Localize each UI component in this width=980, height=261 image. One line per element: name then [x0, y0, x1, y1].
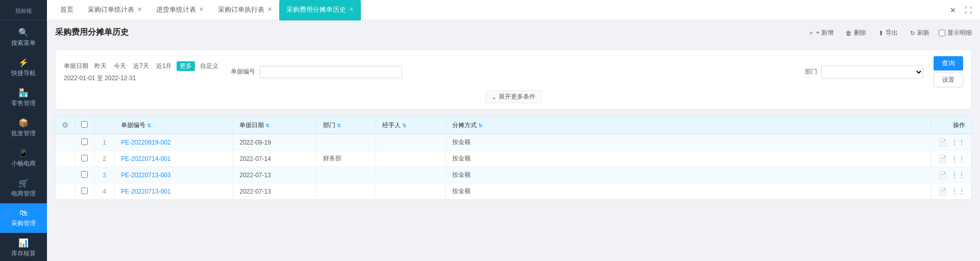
tab-purchase-order-stats[interactable]: 采购订单统计表 ✕ [81, 0, 149, 20]
view-icon[interactable]: 📄 [938, 138, 947, 147]
more-ops-icon[interactable]: ⋮⋮ [951, 171, 965, 179]
sidebar-logo: 指标板 [0, 4, 47, 20]
tab-purchase-order-exec[interactable]: 采购订单执行表 ✕ [211, 0, 279, 20]
main-area: 首页 采购订单统计表 ✕ 进货单统计表 ✕ 采购订单执行表 ✕ 采购费用分摊单历… [47, 0, 980, 261]
row-doc-date: 2022-07-13 [233, 183, 317, 200]
view-icon[interactable]: 📄 [938, 187, 947, 196]
sidebar-item-label: 采购管理 [11, 219, 36, 228]
refresh-button[interactable]: ↻ 刷新 [907, 27, 933, 39]
more-ops-icon[interactable]: ⋮⋮ [951, 155, 965, 163]
query-button[interactable]: 查询 [934, 56, 963, 70]
export-label: 导出 [886, 29, 898, 37]
row-checkbox[interactable] [81, 187, 88, 194]
more-dates-btn[interactable]: 更多 [177, 61, 195, 71]
sidebar-item-label: 零售管理 [11, 99, 36, 108]
search-icon: 🔍 [18, 28, 29, 37]
tab-close-icon[interactable]: ✕ [199, 6, 204, 13]
add-button[interactable]: ＋ + 新增 [805, 27, 837, 39]
today-btn[interactable]: 今天 [112, 61, 128, 71]
display-cols-label: 显示明细 [947, 29, 972, 37]
table-header-row: ⚙ 单据编号 ⇅ [56, 116, 971, 134]
display-cols-checkbox[interactable] [939, 30, 945, 36]
doc-no-link[interactable]: PE-20220714-001 [121, 155, 170, 162]
sidebar-item-retail[interactable]: 🏪 零售管理 [0, 83, 47, 113]
sidebar-item-mini-shop[interactable]: 📱 小畅电商 [0, 143, 47, 173]
export-button[interactable]: ⬆ 导出 [875, 27, 901, 39]
row-checkbox-cell[interactable] [75, 183, 94, 200]
ecommerce-icon: 🛒 [18, 178, 29, 188]
sidebar-item-wholesale[interactable]: 📦 批发管理 [0, 113, 47, 143]
setting-button[interactable]: 设置 [934, 73, 963, 87]
tab-label: 采购费用分摊单历史 [286, 5, 346, 14]
row-gear-cell [56, 134, 75, 151]
sidebar-item-ecommerce[interactable]: 🛒 电商管理 [0, 173, 47, 203]
row-ops-cell: 📄 ⋮⋮ [930, 151, 971, 167]
tab-home-label: 首页 [60, 5, 74, 14]
doc-no-link[interactable]: PE-20220713-003 [121, 172, 170, 179]
th-row-num [94, 116, 115, 134]
doc-no-link[interactable]: PE-20220713-001 [121, 188, 170, 195]
dept-label: 部门 [805, 67, 817, 76]
purchase-icon: 🛍 [19, 208, 28, 218]
records-table: ⚙ 单据编号 ⇅ [56, 116, 971, 200]
more-ops-icon[interactable]: ⋮⋮ [951, 138, 965, 147]
th-split-method: 分摊方式 ⇅ [446, 116, 930, 134]
th-settings: ⚙ [56, 116, 75, 134]
column-settings-icon[interactable]: ⚙ [62, 121, 68, 129]
date-filter-buttons: 昨天 今天 近7天 近1月 更多 自定义 [92, 61, 220, 71]
sidebar-item-label: 库存核算 [11, 249, 36, 258]
sidebar-item-label: 批发管理 [11, 129, 36, 138]
tab-close-icon[interactable]: ✕ [267, 6, 272, 13]
row-doc-no: PE-20220713-003 [115, 167, 233, 183]
view-icon[interactable]: 📄 [938, 171, 947, 179]
row-handler [376, 151, 446, 167]
sort-icon: ⇅ [478, 123, 482, 128]
last7days-btn[interactable]: 近7天 [131, 61, 151, 71]
sidebar: 指标板 🔍 搜索菜单 ⚡ 快捷导航 🏪 零售管理 📦 批发管理 📱 小畅电商 🛒… [0, 0, 47, 261]
yesterday-btn[interactable]: 昨天 [92, 61, 109, 71]
delete-button[interactable]: 🗑 删除 [843, 27, 869, 39]
row-number: 4 [94, 183, 115, 200]
custom-date-btn[interactable]: 自定义 [198, 61, 220, 71]
expand-filter-button[interactable]: ⌄ 展开更多条件 [485, 90, 542, 103]
sidebar-item-purchase[interactable]: 🛍 采购管理 [0, 203, 47, 233]
add-label: + 新增 [816, 29, 834, 37]
last1month-btn[interactable]: 近1月 [154, 61, 174, 71]
dept-filter: 部门 财务部 [805, 65, 923, 79]
sidebar-item-search[interactable]: 🔍 搜索菜单 [0, 22, 47, 53]
row-checkbox-cell[interactable] [75, 151, 94, 167]
tab-bar: 首页 采购订单统计表 ✕ 进货单统计表 ✕ 采购订单执行表 ✕ 采购费用分摊单历… [47, 0, 980, 20]
sidebar-item-inventory[interactable]: 📊 库存核算 [0, 233, 47, 261]
row-number: 2 [94, 151, 115, 167]
tab-close-icon[interactable]: ✕ [137, 6, 142, 13]
row-checkbox[interactable] [81, 171, 88, 178]
display-cols-toggle[interactable]: 显示明细 [939, 29, 972, 37]
row-checkbox[interactable] [81, 155, 88, 161]
th-handler: 经手人 ⇅ [376, 116, 446, 134]
doc-no-input[interactable] [259, 66, 402, 78]
sort-icon: ⇅ [265, 123, 270, 128]
row-dept [317, 134, 376, 151]
doc-no-link[interactable]: PE-20220919-002 [121, 139, 170, 146]
sidebar-item-quick-nav[interactable]: ⚡ 快捷导航 [0, 53, 47, 83]
row-doc-date: 2022-07-13 [233, 167, 317, 183]
th-checkbox [75, 116, 94, 134]
row-checkbox-cell[interactable] [75, 134, 94, 151]
table-row: 3 PE-20220713-003 2022-07-13 按金额 📄 ⋮⋮ [56, 167, 971, 183]
view-icon[interactable]: 📄 [938, 155, 947, 163]
fullscreen-button[interactable]: ⛶ [963, 5, 974, 16]
tab-close-icon[interactable]: ✕ [349, 6, 354, 13]
expand-label: 展开更多条件 [499, 92, 535, 101]
tab-home[interactable]: 首页 [53, 0, 81, 20]
tab-purchase-receipt-stats[interactable]: 进货单统计表 ✕ [149, 0, 211, 20]
row-checkbox[interactable] [81, 138, 88, 145]
wholesale-icon: 📦 [18, 118, 29, 128]
select-all-checkbox[interactable] [81, 121, 88, 128]
close-all-tabs-button[interactable]: ✕ [947, 5, 959, 16]
dept-select[interactable]: 财务部 [821, 65, 923, 79]
quick-nav-icon: ⚡ [18, 58, 29, 67]
row-checkbox-cell[interactable] [75, 167, 94, 183]
more-ops-icon[interactable]: ⋮⋮ [951, 187, 965, 196]
tab-label: 采购订单统计表 [88, 5, 134, 14]
tab-purchase-cost-split[interactable]: 采购费用分摊单历史 ✕ [279, 0, 361, 20]
